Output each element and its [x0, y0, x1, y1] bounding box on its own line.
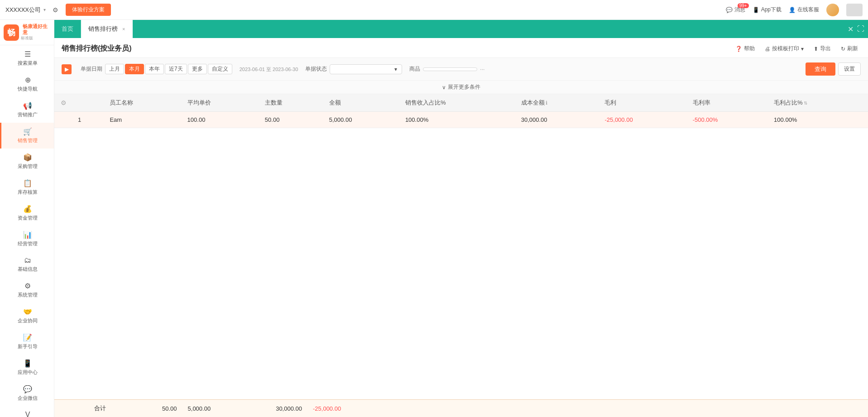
table-footer: 合计 50.00 5,000.00 30,000.00 -25,000.00: [54, 399, 868, 417]
cost-info-icon[interactable]: ℹ: [546, 100, 547, 105]
sidebar-item-finance[interactable]: 💰 资金管理: [0, 200, 54, 226]
quick-nav-icon: ⊕: [25, 76, 31, 84]
help-label: 帮助: [744, 45, 755, 53]
inventory-icon: 📋: [23, 179, 32, 187]
help-button[interactable]: ❓ 帮助: [733, 43, 758, 54]
sidebar-item-app-center[interactable]: 📱 应用中心: [0, 355, 54, 380]
td-avg-price: 100.00: [182, 112, 259, 128]
sidebar-item-system[interactable]: ⚙ 系统管理: [0, 277, 54, 303]
sidebar-item-member[interactable]: V 畅会员: [0, 406, 54, 417]
search-order-icon: ☰: [24, 50, 31, 58]
avatar[interactable]: [826, 4, 839, 16]
company-name: XXXXXX公司: [5, 6, 41, 14]
date-btn-more[interactable]: 更多: [188, 64, 207, 74]
template-print-button[interactable]: 🖨 按模板打印 ▾: [762, 43, 806, 54]
sidebar-item-sales[interactable]: 🛒 销售管理: [0, 123, 54, 149]
th-qty: 主数量: [259, 94, 324, 112]
date-btn-this-year[interactable]: 本年: [145, 64, 164, 74]
filter-settings-button[interactable]: 设置: [838, 62, 861, 76]
sidebar-label-operations: 经营管理: [18, 240, 38, 247]
sidebar: 畅 畅康通好生意 标准版 ☰ 搜索菜单 ⊕ 快捷导航 📢 营销推广 🛒 销售管理…: [0, 20, 54, 417]
guide-icon: 📝: [23, 333, 32, 342]
date-btn-7days[interactable]: 近7天: [165, 64, 187, 74]
td-settings: [54, 112, 72, 128]
sidebar-label-sales: 销售管理: [18, 137, 38, 144]
td-amount: 5,000.00: [324, 112, 400, 128]
expand-conditions-button[interactable]: ∨ 展开更多条件: [442, 83, 480, 91]
tab-expand-icon[interactable]: ⛶: [857, 25, 864, 33]
date-range-display: 2023-06-01 至 2023-06-30: [240, 66, 298, 73]
th-gross-rate: 毛利率: [687, 94, 768, 112]
data-table: ⚙ 员工名称 平均单价 主数量 全额 销售收入占比% 成本全额ℹ: [54, 94, 868, 128]
sidebar-item-purchase[interactable]: 📦 采购管理: [0, 149, 54, 174]
app-download-button[interactable]: 📱 App下载: [753, 6, 782, 14]
logo-icon: 畅: [4, 24, 19, 41]
gross-pct-sort-icon[interactable]: ⇅: [804, 101, 807, 105]
filter-collapse-button[interactable]: ▶: [62, 64, 72, 74]
refresh-icon: ↻: [841, 46, 845, 52]
more-dots[interactable]: ···: [480, 66, 484, 72]
sidebar-item-enterprise-wechat[interactable]: 💬 企业微信: [0, 380, 54, 406]
footer-amount-total: 5,000.00: [182, 405, 216, 412]
status-filter-group: 单据状态 ▾: [305, 64, 402, 74]
th-avg-price: 平均单价: [182, 94, 259, 112]
sidebar-label-inventory: 库存核算: [18, 189, 38, 196]
member-icon: V: [25, 411, 30, 417]
trial-button[interactable]: 体验行业方案: [66, 4, 111, 16]
sales-icon: 🛒: [23, 127, 32, 136]
footer-gross-total: -25,000.00: [307, 405, 346, 412]
date-btn-this-month[interactable]: 本月: [125, 64, 144, 74]
sidebar-item-enterprise-collab[interactable]: 🤝 企业协同: [0, 303, 54, 329]
date-buttons: 上月 本月 本年 近7天 更多 自定义: [105, 64, 232, 74]
sidebar-label-collab: 企业协同: [18, 317, 38, 324]
export-button[interactable]: ⬆ 导出: [811, 43, 834, 54]
column-settings-icon[interactable]: ⚙: [61, 99, 67, 106]
th-cost: 成本全额ℹ: [516, 94, 599, 112]
date-filter-group: 单据日期 上月 本月 本年 近7天 更多 自定义: [81, 64, 232, 74]
td-gross-pct: 100.00%: [768, 112, 868, 128]
sidebar-logo: 畅 畅康通好生意 标准版: [0, 20, 54, 45]
sidebar-item-guide[interactable]: 📝 新手引导: [0, 329, 54, 355]
collab-icon: 🤝: [23, 307, 32, 316]
phone-icon: 📱: [753, 7, 759, 13]
sidebar-item-search-order[interactable]: ☰ 搜索菜单: [0, 45, 54, 71]
refresh-button[interactable]: ↻ 刷新: [838, 43, 861, 54]
date-btn-custom[interactable]: 自定义: [208, 64, 232, 74]
sidebar-item-marketing[interactable]: 📢 营销推广: [0, 97, 54, 123]
tab-home[interactable]: 首页: [54, 20, 81, 38]
date-btn-last-month[interactable]: 上月: [105, 64, 124, 74]
tab-bar: 首页 销售排行榜 × ✕ ⛶: [54, 20, 868, 38]
tab-active-label: 销售排行榜: [88, 25, 118, 33]
sidebar-label-marketing: 营销推广: [18, 111, 38, 118]
online-service-button[interactable]: 👤 在线客服: [789, 6, 819, 14]
company-settings-button[interactable]: ⚙: [49, 4, 61, 16]
app-label: App下载: [761, 6, 782, 14]
tab-close-icon[interactable]: ×: [122, 26, 125, 32]
footer-total-label: 合计: [89, 404, 111, 412]
product-input[interactable]: [423, 67, 477, 71]
service-icon: 👤: [789, 7, 796, 13]
th-name: 员工名称: [104, 94, 182, 112]
sidebar-item-quick-nav[interactable]: ⊕ 快捷导航: [0, 71, 54, 97]
logo-text: 畅康通好生意: [23, 24, 50, 35]
export-label: 导出: [820, 45, 831, 53]
sidebar-item-operations[interactable]: 📊 经营管理: [0, 226, 54, 252]
tab-close-all-icon[interactable]: ✕: [848, 25, 854, 34]
top-right-actions: 💬 消息 99+ 📱 App下载 👤 在线客服: [726, 4, 863, 16]
refresh-label: 刷新: [847, 45, 858, 53]
sidebar-item-basic-info[interactable]: 🗂 基础信息: [0, 252, 54, 277]
status-select[interactable]: ▾: [330, 64, 402, 74]
td-qty: 50.00: [259, 112, 324, 128]
marketing-icon: 📢: [23, 101, 32, 110]
system-icon: ⚙: [24, 282, 31, 290]
message-button[interactable]: 💬 消息 99+: [726, 6, 745, 14]
company-selector[interactable]: XXXXXX公司 ▾: [5, 6, 46, 14]
query-button[interactable]: 查询: [806, 62, 835, 76]
chevron-down-icon: ∨: [442, 84, 446, 91]
print-label: 按模板打印: [772, 45, 799, 53]
expand-row: ∨ 展开更多条件: [54, 81, 868, 94]
tab-sales-ranking[interactable]: 销售排行榜 ×: [81, 20, 133, 38]
date-filter-label: 单据日期: [81, 65, 102, 73]
sidebar-item-inventory[interactable]: 📋 库存核算: [0, 174, 54, 200]
status-chevron-icon: ▾: [394, 66, 397, 72]
